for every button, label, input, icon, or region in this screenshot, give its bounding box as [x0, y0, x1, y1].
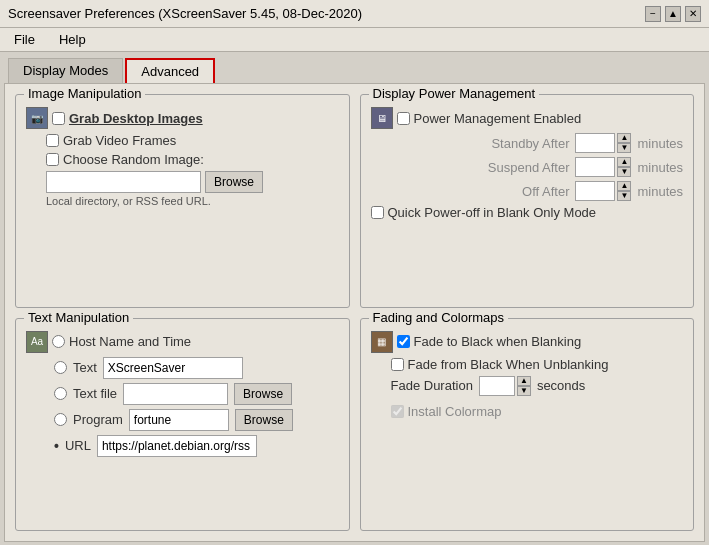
- minimize-button[interactable]: −: [645, 6, 661, 22]
- directory-hint: Local directory, or RSS feed URL.: [46, 195, 339, 207]
- program-radio[interactable]: [54, 413, 67, 426]
- tabs-bar: Display Modes Advanced: [0, 52, 709, 83]
- directory-input[interactable]: [46, 171, 201, 193]
- fade-duration-up[interactable]: ▲: [517, 376, 531, 386]
- standby-unit: minutes: [637, 136, 683, 151]
- off-down[interactable]: ▼: [617, 191, 631, 201]
- tab-advanced[interactable]: Advanced: [125, 58, 215, 83]
- off-up[interactable]: ▲: [617, 181, 631, 191]
- menu-file[interactable]: File: [8, 30, 41, 49]
- suspend-spinner: 120 ▲ ▼: [575, 157, 631, 177]
- close-button[interactable]: ✕: [685, 6, 701, 22]
- fade-duration-spinner-btns: ▲ ▼: [517, 376, 531, 396]
- text-manipulation-group: Text Manipulation Aa Host Name and Time …: [15, 318, 350, 532]
- suspend-unit: minutes: [637, 160, 683, 175]
- titlebar-controls: − ▲ ✕: [645, 6, 701, 22]
- suspend-input[interactable]: 120: [575, 157, 615, 177]
- off-label: Off After: [522, 184, 569, 199]
- fade-duration-spinner: 3 ▲ ▼: [479, 376, 531, 396]
- fading-group: Fading and Colormaps ▦ Fade to Black whe…: [360, 318, 695, 532]
- grab-video-label: Grab Video Frames: [63, 133, 176, 148]
- fading-title: Fading and Colormaps: [369, 310, 509, 325]
- text-label: Text: [73, 360, 97, 375]
- fade-unblank-checkbox[interactable]: [391, 358, 404, 371]
- suspend-spinner-btns: ▲ ▼: [617, 157, 631, 177]
- menubar: File Help: [0, 28, 709, 52]
- browse-button[interactable]: Browse: [205, 171, 263, 193]
- textfile-input[interactable]: [123, 383, 228, 405]
- display-power-group: Display Power Management 🖥 Power Managem…: [360, 94, 695, 308]
- directory-row: Browse: [46, 171, 339, 193]
- program-browse-button[interactable]: Browse: [235, 409, 293, 431]
- fade-duration-down[interactable]: ▼: [517, 386, 531, 396]
- standby-spinner-btns: ▲ ▼: [617, 133, 631, 153]
- power-enabled-checkbox[interactable]: [397, 112, 410, 125]
- main-content: Image Manipulation 📷 Grab Desktop Images…: [4, 83, 705, 542]
- choose-random-checkbox[interactable]: [46, 153, 59, 166]
- text-radio[interactable]: [54, 361, 67, 374]
- fade-duration-input[interactable]: 3: [479, 376, 515, 396]
- titlebar: Screensaver Preferences (XScreenSaver 5.…: [0, 0, 709, 28]
- quick-poweroff-label: Quick Power-off in Blank Only Mode: [388, 205, 597, 220]
- standby-spinner: 120 ▲ ▼: [575, 133, 631, 153]
- install-colormap-checkbox[interactable]: [391, 405, 404, 418]
- fade-duration-label: Fade Duration: [391, 378, 473, 393]
- off-input[interactable]: 240: [575, 181, 615, 201]
- tab-display-modes[interactable]: Display Modes: [8, 58, 123, 83]
- fade-blank-label: Fade to Black when Blanking: [414, 334, 582, 349]
- textfile-browse-button[interactable]: Browse: [234, 383, 292, 405]
- fade-unblank-label: Fade from Black When Unblanking: [408, 357, 609, 372]
- url-label: URL: [65, 438, 91, 453]
- power-enabled-label: Power Management Enabled: [414, 111, 582, 126]
- text-manipulation-title: Text Manipulation: [24, 310, 133, 325]
- camera-icon: 📷: [26, 107, 48, 129]
- menu-help[interactable]: Help: [53, 30, 92, 49]
- text-value-input[interactable]: [103, 357, 243, 379]
- suspend-down[interactable]: ▼: [617, 167, 631, 177]
- fade-duration-unit: seconds: [537, 378, 585, 393]
- image-manipulation-title: Image Manipulation: [24, 86, 145, 101]
- grab-desktop-label: Grab Desktop Images: [69, 111, 203, 126]
- program-input[interactable]: [129, 409, 229, 431]
- text-icon: Aa: [26, 331, 48, 353]
- off-spinner: 240 ▲ ▼: [575, 181, 631, 201]
- choose-random-label: Choose Random Image:: [63, 152, 204, 167]
- grab-video-checkbox[interactable]: [46, 134, 59, 147]
- image-manipulation-group: Image Manipulation 📷 Grab Desktop Images…: [15, 94, 350, 308]
- fading-icon: ▦: [371, 331, 393, 353]
- program-label: Program: [73, 412, 123, 427]
- titlebar-title: Screensaver Preferences (XScreenSaver 5.…: [8, 6, 362, 21]
- off-spinner-btns: ▲ ▼: [617, 181, 631, 201]
- grab-desktop-checkbox[interactable]: [52, 112, 65, 125]
- textfile-label: Text file: [73, 386, 117, 401]
- display-power-title: Display Power Management: [369, 86, 540, 101]
- suspend-up[interactable]: ▲: [617, 157, 631, 167]
- display-icon: 🖥: [371, 107, 393, 129]
- fade-blank-checkbox[interactable]: [397, 335, 410, 348]
- textfile-radio[interactable]: [54, 387, 67, 400]
- host-time-label: Host Name and Time: [69, 334, 191, 349]
- standby-input[interactable]: 120: [575, 133, 615, 153]
- standby-label: Standby After: [491, 136, 569, 151]
- suspend-label: Suspend After: [488, 160, 570, 175]
- standby-down[interactable]: ▼: [617, 143, 631, 153]
- host-time-radio[interactable]: [52, 335, 65, 348]
- url-input[interactable]: [97, 435, 257, 457]
- maximize-button[interactable]: ▲: [665, 6, 681, 22]
- quick-poweroff-checkbox[interactable]: [371, 206, 384, 219]
- install-colormap-label: Install Colormap: [408, 404, 502, 419]
- standby-up[interactable]: ▲: [617, 133, 631, 143]
- off-unit: minutes: [637, 184, 683, 199]
